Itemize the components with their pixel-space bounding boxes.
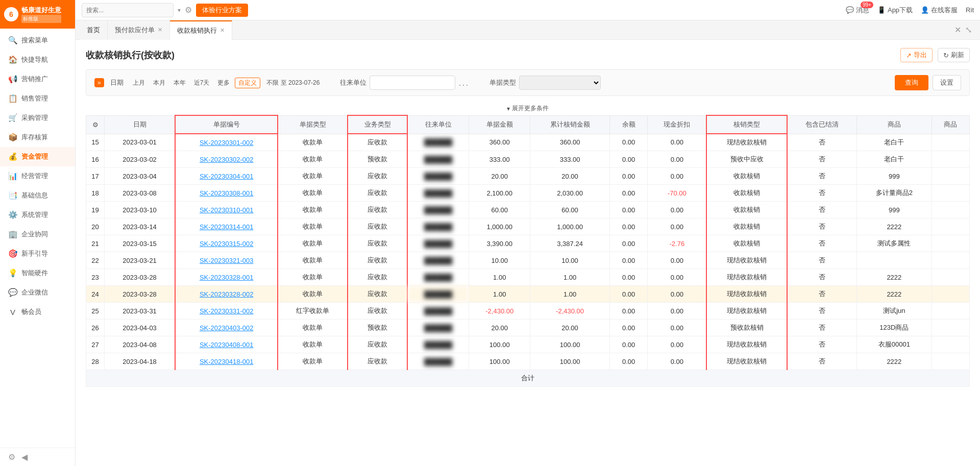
sidebar-item-inventory[interactable]: 📦 库存核算 <box>0 128 75 147</box>
row-balance: 0.00 <box>610 353 648 370</box>
sidebar-item-sales[interactable]: 📋 销售管理 <box>0 89 75 108</box>
tab-close-all-icon[interactable]: ✕ <box>954 25 961 35</box>
row-product: 999 <box>856 202 932 218</box>
row-balance: 0.00 <box>610 269 648 286</box>
sidebar-item-basic-info[interactable]: 📑 基础信息 <box>0 186 75 205</box>
refresh-button[interactable]: ↻ 刷新 <box>938 48 970 62</box>
th-settings[interactable]: ⚙ <box>86 115 105 134</box>
filter-more-dates[interactable]: 更多 <box>214 78 233 88</box>
filter-last-7days[interactable]: 近7天 <box>191 78 213 88</box>
sidebar-item-quick-nav[interactable]: 🏠 快捷导航 <box>0 50 75 69</box>
tab-prepay-close[interactable]: ✕ <box>158 27 162 33</box>
sidebar-item-finance[interactable]: 💰 资金管理 <box>0 147 75 166</box>
message-badge: 99+ <box>861 2 873 8</box>
table-row: 242023-03-28SK-20230328-002收款单应收款██████1… <box>86 286 970 303</box>
row-partner: ██████ <box>407 353 469 370</box>
collapse-sidebar-icon[interactable]: ◀ <box>21 452 28 462</box>
user-name[interactable]: Rit <box>966 6 974 14</box>
filter-settings-button[interactable]: 设置 <box>933 75 961 90</box>
row-product2 <box>932 336 969 353</box>
sidebar-item-search[interactable]: 🔍 搜索菜单 <box>0 31 75 50</box>
row-bill-no[interactable]: SK-20230321-003 <box>175 252 278 269</box>
sidebar-item-operations[interactable]: 📊 经营管理 <box>0 166 75 186</box>
row-cash-discount: 0.00 <box>648 353 707 370</box>
filter-last-month[interactable]: 上月 <box>130 78 148 88</box>
tab-prepay-label: 预付款应付单 <box>115 26 155 35</box>
row-num: 26 <box>86 320 105 336</box>
row-bill-no[interactable]: SK-20230418-001 <box>175 353 278 370</box>
column-settings-icon[interactable]: ⚙ <box>92 121 99 129</box>
tab-collection-close[interactable]: ✕ <box>220 27 225 34</box>
filter-custom-btn[interactable]: 自定义 <box>235 78 260 88</box>
filter-partner-input[interactable] <box>370 76 455 90</box>
filter-this-month[interactable]: 本月 <box>150 78 168 88</box>
th-include-settled: 包含已结清 <box>787 115 856 134</box>
sidebar-item-wechat[interactable]: 💬 企业微信 <box>0 283 75 302</box>
row-bill-no[interactable]: SK-20230310-001 <box>175 202 278 218</box>
sidebar-item-purchase[interactable]: 🛒 采购管理 <box>0 108 75 128</box>
row-bill-no[interactable]: SK-20230331-002 <box>175 303 278 320</box>
app-download-action[interactable]: 📱 App下载 <box>877 6 913 15</box>
sidebar-label-operations: 经营管理 <box>21 171 48 181</box>
row-num: 22 <box>86 252 105 269</box>
sidebar-item-guide[interactable]: 🎯 新手引导 <box>0 244 75 263</box>
sidebar-item-enterprise[interactable]: 🏢 企业协同 <box>0 225 75 244</box>
filter-expand-bar[interactable]: ▾ 展开更多条件 <box>86 102 970 115</box>
tab-expand-icon[interactable]: ⤡ <box>965 25 972 35</box>
online-service-action[interactable]: 👤 在线客服 <box>921 6 958 15</box>
row-biz-type: 应收款 <box>348 185 407 202</box>
solution-button[interactable]: 体验行业方案 <box>196 4 248 17</box>
row-cum-amount: -2,430.00 <box>530 303 610 320</box>
row-bill-no[interactable]: SK-20230328-001 <box>175 269 278 286</box>
summary-row: 合计 <box>86 370 970 387</box>
th-partner: 往来单位 <box>407 115 469 134</box>
sidebar-item-member[interactable]: V 畅会员 <box>0 302 75 322</box>
row-bill-no[interactable]: SK-20230304-001 <box>175 168 278 185</box>
topbar-gear-icon[interactable]: ⚙ <box>185 5 192 15</box>
row-bill-no[interactable]: SK-20230328-002 <box>175 286 278 303</box>
query-button[interactable]: 查询 <box>895 75 928 90</box>
row-bill-no[interactable]: SK-20230408-001 <box>175 336 278 353</box>
row-cash-discount: 0.00 <box>648 252 707 269</box>
message-action[interactable]: 💬 消息 99+ <box>846 6 869 15</box>
row-cancel-type: 现结收款核销 <box>706 269 787 286</box>
topbar-dropdown-icon[interactable]: ▾ <box>178 7 181 14</box>
row-date: 2023-04-08 <box>105 336 176 353</box>
row-bill-no[interactable]: SK-20230314-001 <box>175 218 278 235</box>
page-header: 收款核销执行(按收款) ↗ 导出 ↻ 刷新 <box>86 48 970 62</box>
sidebar-label-sales: 销售管理 <box>21 94 48 103</box>
sidebar-item-system[interactable]: ⚙️ 系统管理 <box>0 205 75 225</box>
export-button[interactable]: ↗ 导出 <box>900 48 933 62</box>
filter-bill-type-field: 单据类型 <box>489 76 601 90</box>
row-bill-no[interactable]: SK-20230308-001 <box>175 185 278 202</box>
row-bill-no[interactable]: SK-20230403-002 <box>175 320 278 336</box>
row-include-settled: 否 <box>787 134 856 151</box>
row-cancel-type: 现结收款核销 <box>706 303 787 320</box>
filter-bill-type-select[interactable] <box>519 76 601 90</box>
row-amount: -2,430.00 <box>469 303 530 320</box>
data-table: ⚙ 日期 单据编号 单据类型 业务类型 往来单位 单据金额 累计核销金额 余额 … <box>86 115 970 387</box>
filter-this-year[interactable]: 本年 <box>170 78 189 88</box>
row-bill-no[interactable]: SK-20230301-002 <box>175 134 278 151</box>
sidebar-item-hardware[interactable]: 💡 智能硬件 <box>0 263 75 283</box>
logo-icon: 6 <box>4 7 18 21</box>
row-bill-no[interactable]: SK-20230315-002 <box>175 235 278 252</box>
tab-prepay[interactable]: 预付款应付单 ✕ <box>108 20 170 40</box>
topbar-search-input[interactable] <box>82 3 174 17</box>
tab-collection[interactable]: 收款核销执行 ✕ <box>170 20 232 40</box>
row-cum-amount: 10.00 <box>530 252 610 269</box>
row-cash-discount: -2.76 <box>648 235 707 252</box>
th-bill-no: 单据编号 <box>175 115 278 134</box>
sidebar-item-marketing[interactable]: 📢 营销推广 <box>0 69 75 89</box>
row-amount: 1.00 <box>469 269 530 286</box>
enterprise-icon: 🏢 <box>8 230 17 239</box>
row-bill-no[interactable]: SK-20230302-002 <box>175 151 278 168</box>
filter-partner-dots[interactable]: ... <box>458 78 469 88</box>
settings-bottom-icon[interactable]: ⚙ <box>8 452 15 462</box>
filter-toggle-button[interactable]: » <box>94 78 104 87</box>
row-product2 <box>932 353 969 370</box>
row-include-settled: 否 <box>787 269 856 286</box>
sidebar-menu: 🔍 搜索菜单 🏠 快捷导航 📢 营销推广 📋 销售管理 🛒 采购管理 📦 库存核… <box>0 29 75 448</box>
row-amount: 20.00 <box>469 168 530 185</box>
tab-home[interactable]: 首页 <box>80 20 108 40</box>
